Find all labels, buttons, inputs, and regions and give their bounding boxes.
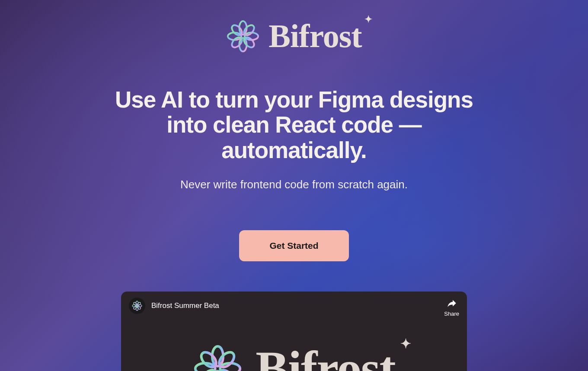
svg-point-12 (133, 302, 137, 306)
svg-point-4 (230, 23, 244, 37)
video-thumbnail: Bifrost ✦ (121, 323, 467, 371)
video-brand-text: Bifrost (256, 341, 395, 371)
flower-icon (226, 19, 260, 53)
svg-point-15 (137, 305, 141, 310)
flower-icon-small (132, 301, 142, 311)
share-label: Share (444, 311, 459, 317)
share-button[interactable]: Share (444, 298, 459, 317)
svg-point-13 (137, 302, 141, 306)
video-header: Bifrost Summer Beta Share (121, 292, 467, 323)
svg-point-20 (198, 350, 219, 370)
flower-icon-large (193, 344, 243, 371)
video-embed[interactable]: Bifrost Summer Beta Share (121, 292, 467, 371)
svg-point-14 (133, 305, 137, 310)
hero-headline: Use AI to turn your Figma designs into c… (95, 87, 493, 163)
video-title: Bifrost Summer Beta (151, 301, 219, 310)
video-brand-wordmark: Bifrost ✦ (256, 340, 395, 371)
channel-avatar[interactable] (129, 298, 145, 314)
sparkle-icon: ✦ (364, 14, 372, 25)
brand-wordmark: Bifrost ✦ (268, 17, 361, 55)
svg-point-5 (242, 23, 256, 37)
brand-logo: Bifrost ✦ (226, 17, 361, 55)
hero-subheadline: Never write frontend code from scratch a… (180, 178, 408, 191)
get-started-button[interactable]: Get Started (239, 230, 348, 261)
svg-point-21 (217, 350, 237, 370)
video-title-area[interactable]: Bifrost Summer Beta (129, 298, 219, 314)
svg-point-7 (242, 35, 256, 49)
brand-text: Bifrost (268, 18, 361, 54)
share-icon (446, 298, 457, 309)
svg-point-6 (230, 35, 244, 49)
sparkle-icon-large: ✦ (400, 336, 410, 351)
